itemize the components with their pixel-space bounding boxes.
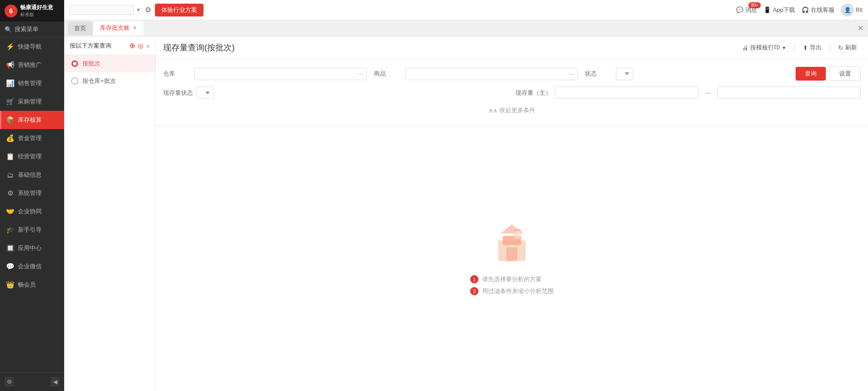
sidebar-item-quick-nav[interactable]: ⚡ 快捷导航	[0, 38, 64, 56]
sidebar-item-inventory[interactable]: 📦 库存核算	[0, 111, 64, 129]
query-actions: 查询 设置	[796, 66, 861, 81]
stock-status-select[interactable]	[197, 87, 214, 99]
sidebar-title-block: 畅康通好生意 标准版	[20, 4, 60, 18]
sidebar-item-label: 畅会员	[18, 281, 36, 289]
collapse-more-btn[interactable]: ∧∧ 收起更多条件	[163, 104, 861, 118]
topbar-search-input[interactable]	[70, 5, 134, 15]
product-input-wrap: ···	[405, 68, 577, 80]
refresh-icon: ↻	[838, 44, 843, 51]
range-dash: —	[705, 89, 711, 96]
filter-panel-header: 按以下方案查询 ⊕ ◎ «	[64, 37, 155, 55]
sidebar-item-sales[interactable]: 📊 销售管理	[0, 74, 64, 92]
app-download-icon: 📱	[764, 6, 771, 13]
sidebar-item-wechat[interactable]: 💬 企业微信	[0, 257, 64, 276]
content-area: 按以下方案查询 ⊕ ◎ « 按批次 按仓库+批次	[64, 37, 868, 391]
sidebar-item-label: 经营管理	[18, 152, 42, 161]
purchase-icon: 🛒	[6, 98, 14, 106]
tab-home-label: 首页	[74, 24, 86, 33]
page-header: 现存量查询(按批次) 🖨 按模板打印 ▼ | ⬆ 导出 | ↻	[156, 37, 868, 59]
sidebar-item-marketing[interactable]: 📢 营销推广	[0, 56, 64, 74]
filter-item-warehouse-batch[interactable]: 按仓库+批次	[64, 72, 155, 90]
sidebar: 6 畅康通好生意 标准版 🔍 搜索菜单 ⚡ 快捷导航 📢 营销推广 📊 销售管理…	[0, 0, 64, 391]
status-select[interactable]	[616, 68, 633, 80]
sidebar-header: 6 畅康通好生意 标准版	[0, 0, 64, 22]
sidebar-item-finance[interactable]: 💰 资金管理	[0, 129, 64, 147]
header-actions: 🖨 按模板打印 ▼ | ⬆ 导出 | ↻ 刷新	[739, 42, 861, 53]
sidebar-item-member[interactable]: 👑 畅会员	[0, 276, 64, 294]
stock-status-input-wrap	[197, 87, 508, 99]
query-form: 仓库 ··· 商品 ··· 状态	[156, 59, 868, 126]
app-version: 标准版	[20, 11, 60, 18]
sidebar-item-label: 基础信息	[18, 171, 42, 179]
member-icon: 👑	[6, 281, 14, 289]
stock-status-field: 现存量状态	[163, 87, 508, 99]
stock-qty-min-input[interactable]	[555, 87, 698, 99]
warehouse-input[interactable]	[194, 68, 367, 80]
refresh-btn[interactable]: ↻ 刷新	[835, 42, 861, 53]
sidebar-item-label: 营销推广	[18, 61, 42, 69]
app-download-btn[interactable]: 📱 App下载	[764, 6, 795, 14]
sidebar-search[interactable]: 🔍 搜索菜单	[0, 22, 64, 38]
collapse-more-label: 收起更多条件	[500, 106, 535, 114]
topbar-breadcrumb: ▼ ⚙ 体验行业方案	[70, 4, 732, 16]
stock-qty-max-input[interactable]	[717, 87, 861, 99]
export-icon: ⬆	[803, 44, 808, 51]
add-filter-btn[interactable]: ⊕	[129, 41, 135, 50]
stock-qty-field: 现存量（主） —	[516, 87, 861, 99]
step-num-2: 2	[470, 287, 478, 295]
query-btn[interactable]: 查询	[796, 67, 826, 81]
basic-icon: 🗂	[6, 171, 14, 179]
tab-inventory-batch[interactable]: 库存批次账 ✕	[93, 21, 143, 36]
stock-status-label: 现存量状态	[163, 89, 193, 97]
sidebar-item-label: 企业微信	[18, 262, 42, 271]
batch-icon	[71, 60, 79, 68]
sidebar-item-label: 应用中心	[18, 244, 42, 252]
gear-icon[interactable]: ⚙	[145, 5, 151, 14]
close-icon[interactable]: ✕	[132, 25, 137, 31]
filter-settings-icon[interactable]: ◎	[138, 42, 143, 49]
sidebar-settings-btn[interactable]: ⚙	[5, 377, 14, 386]
filter-item-warehouse-batch-label: 按仓库+批次	[82, 77, 116, 85]
finance-icon: 💰	[6, 134, 14, 142]
trial-btn[interactable]: 体验行业方案	[155, 4, 203, 16]
step1-text: 请先选择要分析的方案	[482, 275, 542, 283]
product-input[interactable]	[405, 68, 577, 80]
sidebar-item-appstore[interactable]: 🔲 应用中心	[0, 239, 64, 257]
warehouse-field: 仓库 ···	[163, 68, 367, 80]
sidebar-item-system[interactable]: ⚙ 系统管理	[0, 184, 64, 202]
sidebar-item-purchase[interactable]: 🛒 采购管理	[0, 92, 64, 111]
appstore-icon: 🔲	[6, 244, 14, 252]
chevron-down-icon[interactable]: ▼	[136, 7, 141, 13]
filter-item-batch[interactable]: 按批次	[64, 55, 155, 72]
product-dots-icon[interactable]: ···	[568, 70, 574, 77]
settings-btn[interactable]: 设置	[830, 66, 861, 81]
tab-close-all-icon[interactable]: ✕	[857, 24, 863, 33]
stock-qty-label: 现存量（主）	[516, 89, 551, 97]
warehouse-label: 仓库	[163, 70, 191, 78]
filter-collapse-icon[interactable]: «	[146, 42, 150, 49]
tab-home[interactable]: 首页	[68, 22, 93, 35]
sidebar-collapse-btn[interactable]: ◀	[50, 377, 60, 386]
user-profile[interactable]: 👤 Rit	[841, 4, 863, 16]
company-name: 畅康通好生意	[20, 4, 60, 11]
warehouse-dots-icon[interactable]: ···	[357, 70, 363, 77]
wechat-icon: 💬	[6, 262, 14, 271]
online-service-btn[interactable]: 🎧 在线客服	[802, 6, 835, 14]
topbar: ▼ ⚙ 体验行业方案 💬 消息 99+ 📱 App下载 🎧 在线客服 👤 Rit	[64, 0, 868, 20]
sidebar-item-guide[interactable]: 🎓 新手引导	[0, 221, 64, 239]
refresh-btn-label: 刷新	[845, 43, 857, 52]
main-area: ▼ ⚙ 体验行业方案 💬 消息 99+ 📱 App下载 🎧 在线客服 👤 Rit	[64, 0, 868, 391]
sidebar-item-enterprise[interactable]: 🤝 企业协同	[0, 202, 64, 221]
filter-panel-actions: ⊕ ◎ «	[129, 41, 150, 50]
enterprise-icon: 🤝	[6, 207, 14, 216]
sidebar-nav: ⚡ 快捷导航 📢 营销推广 📊 销售管理 🛒 采购管理 📦 库存核算 💰 资金管…	[0, 38, 64, 372]
message-btn[interactable]: 💬 消息 99+	[736, 6, 757, 14]
message-icon: 💬	[736, 6, 743, 13]
print-btn[interactable]: 🖨 按模板打印 ▼	[739, 42, 790, 53]
inventory-icon: 📦	[6, 116, 14, 124]
system-icon: ⚙	[6, 189, 14, 197]
export-btn[interactable]: ⬆ 导出	[799, 42, 825, 53]
sidebar-item-operations[interactable]: 📋 经营管理	[0, 147, 64, 166]
step-num-1: 1	[470, 275, 478, 283]
sidebar-item-basic[interactable]: 🗂 基础信息	[0, 166, 64, 184]
